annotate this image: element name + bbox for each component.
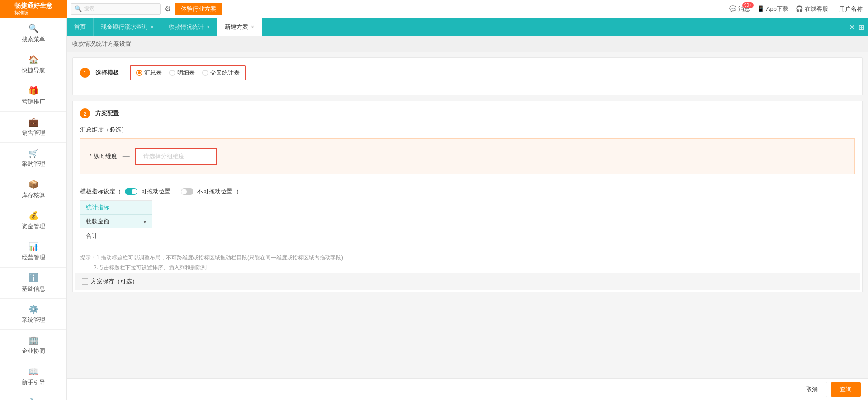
- sidebar-item-inventory[interactable]: 📦 库存核算: [0, 174, 66, 205]
- cancel-button[interactable]: 取消: [797, 382, 827, 397]
- radio-summary[interactable]: 汇总表: [136, 69, 162, 77]
- radio-cross[interactable]: 交叉统计表: [202, 69, 240, 77]
- tab-collection[interactable]: 收款情况统计 ×: [161, 18, 217, 36]
- sidebar-item-sales[interactable]: 💼 销售管理: [0, 112, 66, 143]
- nav-icon: 🏠: [28, 55, 38, 65]
- metrics-total-cell: 合计: [80, 228, 152, 244]
- sidebar-item-guide[interactable]: 📖 新手引导: [0, 361, 66, 392]
- dimension-config-area: * 纵向维度 — 请选择分组维度: [80, 138, 855, 174]
- content-area: 首页 现金银行流水查询 × 收款情况统计 × 新建方案 × ✕ ⊞: [67, 18, 868, 400]
- sidebar-item-marketing[interactable]: 🎁 营销推广: [0, 80, 66, 112]
- message-btn[interactable]: 💬 消息 99+: [729, 5, 750, 13]
- sidebar-item-system[interactable]: ⚙️ 系统管理: [0, 299, 66, 330]
- sidebar-label-marketing: 营销推广: [22, 98, 45, 106]
- username: 用户名称: [839, 5, 863, 13]
- no-drag-label: 不可拖动位置: [197, 188, 232, 196]
- marketing-icon: 🎁: [28, 86, 38, 96]
- metrics-dropdown-icon: ▾: [143, 218, 146, 225]
- tab-newplan[interactable]: 新建方案 ×: [217, 18, 262, 36]
- step1-card: 1 选择模板 汇总表 明细表 交叉统计表: [72, 57, 863, 95]
- page-content: 收款情况统计方案设置 1 选择模板 汇总表 明细表: [67, 36, 868, 378]
- no-drag-toggle[interactable]: [181, 188, 193, 195]
- sidebar-label-corp: 企业协同: [22, 347, 45, 355]
- top-header: 畅捷通好生意 标准版 🔍 搜索 ⚙ 体验行业方案 💬 消息 99+ 📱 App下…: [0, 0, 868, 18]
- sidebar: 🔍 搜索菜单 🏠 快捷导航 🎁 营销推广 💼 销售管理 🛒 采购管理 📦 库存核…: [0, 18, 67, 400]
- sidebar-label-management: 经营管理: [22, 254, 45, 262]
- logo-text: 畅捷通好生意: [14, 2, 52, 10]
- radio-cross-dot: [202, 70, 208, 76]
- tab-newplan-label: 新建方案: [225, 23, 248, 31]
- guide-icon: 📖: [28, 367, 38, 376]
- logo: 畅捷通好生意 标准版: [0, 0, 67, 18]
- sidebar-item-nav[interactable]: 🏠 快捷导航: [0, 49, 66, 80]
- finance-icon: 💰: [28, 211, 38, 221]
- sidebar-item-search[interactable]: 🔍 搜索菜单: [0, 18, 66, 49]
- dim-placeholder: 请选择分组维度: [143, 153, 184, 160]
- metrics-area: 统计指标 收款金额 ▾ 合计: [80, 200, 152, 244]
- radio-summary-dot: [136, 70, 142, 76]
- dim-row: * 纵向维度 — 请选择分组维度: [90, 148, 217, 165]
- sidebar-item-corp[interactable]: 🏢 企业协同: [0, 330, 66, 361]
- radio-detail[interactable]: 明细表: [169, 69, 195, 77]
- trial-button[interactable]: 体验行业方案: [175, 3, 222, 15]
- sidebar-item-management[interactable]: 📊 经营管理: [0, 236, 66, 268]
- bottom-bar: 取消 查询: [67, 378, 868, 400]
- online-service-label: 在线客服: [805, 5, 828, 13]
- query-button[interactable]: 查询: [831, 382, 861, 397]
- vertical-dim-label: * 纵向维度: [90, 152, 117, 160]
- expand-btn[interactable]: ⊞: [859, 23, 864, 32]
- sidebar-item-finance[interactable]: 💰 资金管理: [0, 205, 66, 236]
- dim-arrow: —: [123, 152, 130, 160]
- tab-collection-close[interactable]: ×: [207, 24, 210, 30]
- tab-newplan-close[interactable]: ×: [251, 24, 254, 30]
- sidebar-label-inventory: 库存核算: [22, 191, 45, 199]
- template-radio-group: 汇总表 明细表 交叉统计表: [130, 65, 246, 80]
- sidebar-item-hardware[interactable]: 🔧 智能硬件: [0, 392, 66, 400]
- sidebar-item-purchase[interactable]: 🛒 采购管理: [0, 143, 66, 174]
- app-download-btn[interactable]: 📱 App下载: [757, 5, 788, 13]
- sidebar-label-finance: 资金管理: [22, 222, 45, 231]
- tab-cashbank[interactable]: 现金银行流水查询 ×: [94, 18, 161, 36]
- draggable-toggle[interactable]: [125, 188, 137, 195]
- sidebar-label-purchase: 采购管理: [22, 160, 45, 168]
- tip2: 2.点击标题栏下拉可设置排序、插入列和删除列: [80, 263, 855, 273]
- draggable-label: 可拖动位置: [141, 188, 170, 196]
- metrics-label-row: 模板指标设定（ 可拖动位置 不可拖动位置 ）: [80, 188, 855, 196]
- purchase-icon: 🛒: [28, 148, 38, 158]
- tab-cashbank-close[interactable]: ×: [151, 24, 154, 30]
- sidebar-label-search: 搜索菜单: [22, 35, 45, 43]
- close-window-btn[interactable]: ✕: [849, 23, 855, 32]
- metrics-col-label: 收款金额: [86, 217, 109, 226]
- system-icon: ⚙️: [28, 304, 38, 314]
- radio-summary-label: 汇总表: [144, 69, 162, 77]
- dim-select[interactable]: 请选择分组维度: [135, 148, 217, 165]
- search-bar[interactable]: 🔍 搜索: [71, 3, 161, 15]
- tab-cashbank-label: 现金银行流水查询: [101, 23, 148, 31]
- app-icon: 📱: [757, 5, 764, 12]
- settings-icon[interactable]: ⚙: [165, 5, 171, 13]
- service-icon: 🎧: [796, 5, 803, 12]
- step2-number: 2: [80, 108, 90, 118]
- step1-label: 选择模板: [95, 69, 119, 77]
- save-checkbox[interactable]: [82, 278, 88, 285]
- metrics-col-cell[interactable]: 收款金额 ▾: [80, 215, 152, 228]
- sidebar-label-nav: 快捷导航: [22, 66, 45, 75]
- radio-detail-dot: [169, 70, 175, 76]
- breadcrumb-text: 收款情况统计方案设置: [72, 40, 131, 47]
- save-option-label: 方案保存（可选）: [91, 278, 138, 286]
- tab-collection-label: 收款情况统计: [169, 23, 204, 31]
- corp-icon: 🏢: [28, 335, 38, 345]
- tab-home[interactable]: 首页: [67, 18, 94, 36]
- tab-controls: ✕ ⊞: [849, 23, 868, 32]
- metrics-section: 模板指标设定（ 可拖动位置 不可拖动位置 ） 统计指标 收款金额 ▾: [80, 188, 855, 273]
- user-area[interactable]: 用户名称: [835, 5, 863, 13]
- metrics-title-end: ）: [236, 188, 242, 196]
- message-badge: 99+: [742, 2, 754, 8]
- breadcrumb: 收款情况统计方案设置: [67, 36, 868, 52]
- online-service-btn[interactable]: 🎧 在线客服: [796, 5, 828, 13]
- sidebar-label-system: 系统管理: [22, 316, 45, 324]
- search-icon: 🔍: [75, 5, 82, 12]
- sidebar-item-basic[interactable]: ℹ️ 基础信息: [0, 268, 66, 299]
- dimension-section: 汇总维度（必选） * 纵向维度 — 请选择分组维度: [80, 126, 855, 174]
- sidebar-label-basic: 基础信息: [22, 285, 45, 293]
